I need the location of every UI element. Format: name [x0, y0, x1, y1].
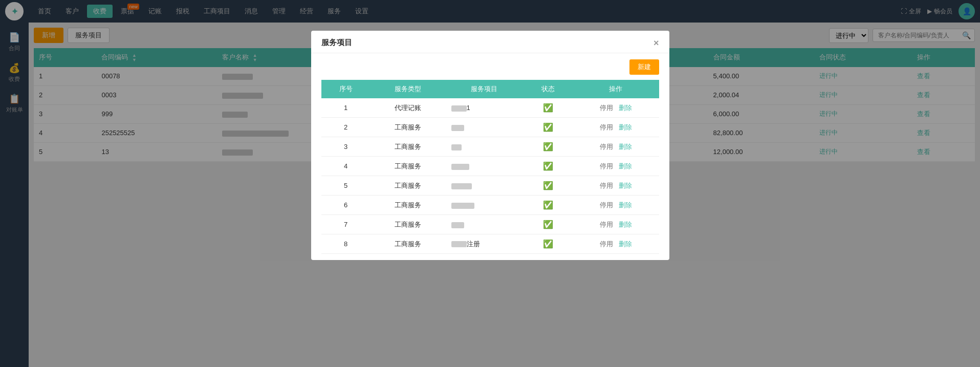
modal-cell-actions: 停用 删除 — [573, 98, 659, 118]
modal-title: 服务项目 — [321, 38, 352, 48]
modal-cell-type: 工商服务 — [371, 118, 445, 137]
modal-body: 新建 序号 服务类型 服务项目 状态 操作 — [311, 53, 669, 260]
modal-cell-actions: 停用 删除 — [573, 176, 659, 196]
modal-cell-item — [445, 176, 524, 196]
modal-cell-seq: 3 — [321, 137, 371, 157]
list-item: 1 代理记账 1 ✅ 停用 删除 — [321, 98, 659, 118]
modal-cell-status: ✅ — [524, 176, 573, 196]
modal-cell-status: ✅ — [524, 215, 573, 234]
modal-cell-seq: 5 — [321, 176, 371, 196]
modal-cell-item — [445, 137, 524, 157]
modal-cell-actions: 停用 删除 — [573, 196, 659, 215]
modal-cell-seq: 2 — [321, 118, 371, 137]
modal-cell-item: 注册 — [445, 234, 524, 254]
modal-cell-status: ✅ — [524, 196, 573, 215]
list-item: 8 工商服务 注册 ✅ 停用 删除 — [321, 234, 659, 254]
modal-cell-status: ✅ — [524, 98, 573, 118]
stop-button[interactable]: 停用 — [600, 104, 613, 112]
modal-cell-seq: 8 — [321, 234, 371, 254]
modal-cell-actions: 停用 删除 — [573, 234, 659, 254]
modal-cell-type: 工商服务 — [371, 234, 445, 254]
delete-button[interactable]: 删除 — [619, 201, 632, 209]
delete-button[interactable]: 删除 — [619, 123, 632, 131]
modal-new-button[interactable]: 新建 — [629, 59, 659, 75]
stop-button[interactable]: 停用 — [600, 143, 613, 150]
modal-col-action: 操作 — [573, 80, 659, 98]
stop-button[interactable]: 停用 — [600, 201, 613, 209]
delete-button[interactable]: 删除 — [619, 143, 632, 150]
list-item: 5 工商服务 ✅ 停用 删除 — [321, 176, 659, 196]
modal-cell-actions: 停用 删除 — [573, 215, 659, 234]
modal-cell-seq: 7 — [321, 215, 371, 234]
stop-button[interactable]: 停用 — [600, 162, 613, 170]
modal-cell-type: 工商服务 — [371, 176, 445, 196]
stop-button[interactable]: 停用 — [600, 221, 613, 228]
delete-button[interactable]: 删除 — [619, 240, 632, 248]
modal-header: 服务项目 × — [311, 31, 669, 53]
modal-cell-status: ✅ — [524, 118, 573, 137]
service-items-table: 序号 服务类型 服务项目 状态 操作 1 代理记账 1 ✅ 停用 删除 2 — [321, 80, 659, 254]
modal-close-button[interactable]: × — [654, 38, 659, 48]
list-item: 3 工商服务 ✅ 停用 删除 — [321, 137, 659, 157]
modal-cell-seq: 4 — [321, 157, 371, 176]
list-item: 7 工商服务 ✅ 停用 删除 — [321, 215, 659, 234]
modal-cell-item — [445, 215, 524, 234]
stop-button[interactable]: 停用 — [600, 182, 613, 189]
modal-cell-type: 工商服务 — [371, 215, 445, 234]
delete-button[interactable]: 删除 — [619, 104, 632, 112]
modal-cell-actions: 停用 删除 — [573, 157, 659, 176]
delete-button[interactable]: 删除 — [619, 182, 632, 189]
delete-button[interactable]: 删除 — [619, 221, 632, 228]
modal-table-wrap[interactable]: 序号 服务类型 服务项目 状态 操作 1 代理记账 1 ✅ 停用 删除 2 — [321, 80, 659, 254]
delete-button[interactable]: 删除 — [619, 162, 632, 170]
modal-cell-status: ✅ — [524, 137, 573, 157]
modal-cell-actions: 停用 删除 — [573, 137, 659, 157]
modal-cell-status: ✅ — [524, 157, 573, 176]
modal-col-seq: 序号 — [321, 80, 371, 98]
list-item: 2 工商服务 ✅ 停用 删除 — [321, 118, 659, 137]
modal-cell-type: 工商服务 — [371, 137, 445, 157]
stop-button[interactable]: 停用 — [600, 240, 613, 248]
modal-cell-seq: 6 — [321, 196, 371, 215]
modal-cell-type: 代理记账 — [371, 98, 445, 118]
modal-cell-actions: 停用 删除 — [573, 118, 659, 137]
modal-cell-seq: 1 — [321, 98, 371, 118]
modal-col-status: 状态 — [524, 80, 573, 98]
modal-col-item: 服务项目 — [445, 80, 524, 98]
modal-overlay[interactable]: 服务项目 × 新建 序号 服务类型 服务项目 状态 操作 — [0, 0, 980, 367]
modal-cell-type: 工商服务 — [371, 196, 445, 215]
modal-cell-status: ✅ — [524, 234, 573, 254]
modal-cell-item: 1 — [445, 98, 524, 118]
modal-cell-item — [445, 157, 524, 176]
service-items-modal: 服务项目 × 新建 序号 服务类型 服务项目 状态 操作 — [311, 31, 669, 260]
modal-cell-item — [445, 196, 524, 215]
list-item: 6 工商服务 ✅ 停用 删除 — [321, 196, 659, 215]
modal-col-type: 服务类型 — [371, 80, 445, 98]
stop-button[interactable]: 停用 — [600, 123, 613, 131]
modal-cell-type: 工商服务 — [371, 157, 445, 176]
modal-cell-item — [445, 118, 524, 137]
modal-toolbar: 新建 — [321, 59, 659, 75]
list-item: 4 工商服务 ✅ 停用 删除 — [321, 157, 659, 176]
